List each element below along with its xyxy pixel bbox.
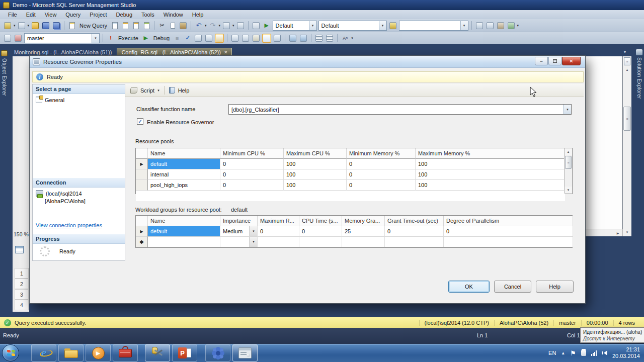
results-to-file-icon[interactable] (273, 34, 282, 43)
specify-values-icon[interactable]: AB (341, 34, 350, 43)
redo-icon[interactable]: ↷ (208, 21, 217, 30)
taskbar-internet-explorer[interactable]: e (31, 344, 56, 361)
cell-dop[interactable]: 0 (444, 226, 573, 237)
undo-dropdown-icon[interactable]: ▾ (205, 24, 207, 28)
classifier-combo-arrow-icon[interactable]: ▾ (564, 105, 571, 114)
cell-min-cpu[interactable]: 0 (220, 169, 284, 180)
taskbar-sql-config-tool[interactable] (145, 344, 170, 361)
dialog-titlebar[interactable]: Resource Governor Properties (30, 56, 585, 68)
language-indicator[interactable]: EN (548, 350, 556, 356)
scroll-up-icon[interactable]: ▲ (565, 148, 572, 155)
activity-dropdown-icon[interactable]: ▾ (28, 24, 30, 28)
cell-max-requests[interactable]: 0 (258, 226, 299, 237)
col-header-selector[interactable] (136, 148, 148, 159)
paste-icon[interactable] (179, 21, 188, 30)
menu-tools[interactable]: Tools (137, 11, 158, 18)
cell-new[interactable] (385, 237, 444, 247)
cell-name-new[interactable] (148, 237, 220, 247)
debug-button[interactable]: Debug (152, 35, 171, 41)
combo-arrow-icon[interactable]: ▾ (92, 34, 99, 43)
splitter-handle-icon[interactable]: ≡ (624, 57, 630, 65)
dmx-query-icon[interactable] (131, 21, 140, 30)
taskbar-powerpoint[interactable]: P (172, 344, 197, 361)
dialog-help-toolbar-button[interactable]: Help (178, 87, 190, 94)
menu-edit[interactable]: Edit (22, 11, 40, 18)
tabstrip-scroll-icon[interactable]: ▾ (624, 50, 626, 54)
col-header[interactable]: Maximum R... (258, 216, 299, 226)
query-options-icon[interactable] (204, 34, 213, 43)
toolbar-overflow-icon[interactable]: ▾ (517, 24, 519, 28)
execute-icon[interactable]: ! (106, 34, 115, 43)
result-row-header[interactable]: 4 (15, 300, 29, 310)
cell-new[interactable] (342, 237, 385, 247)
scroll-down-icon[interactable]: ▼ (565, 187, 572, 194)
start-button[interactable] (2, 344, 19, 361)
enable-resource-governor-checkbox[interactable]: ✓ (137, 118, 143, 125)
execute-button[interactable]: Execute (117, 35, 140, 41)
network-icon[interactable] (591, 350, 597, 356)
solution-explorer-vtab[interactable]: Solution Explorer (634, 48, 644, 169)
results-to-grid-icon[interactable] (262, 34, 271, 43)
debug-play-icon[interactable]: ▶ (141, 34, 150, 43)
plan-combo-1[interactable]: Default ▾ (273, 21, 317, 31)
cell-max-mem[interactable]: 100 (416, 159, 565, 169)
classifier-combo[interactable]: [dbo].[rg_Classifier] ▾ (228, 104, 572, 115)
importance-dropdown-icon[interactable]: ▾ (250, 226, 257, 236)
col-header[interactable]: CPU Time (s... (299, 216, 342, 226)
comment-icon[interactable] (288, 34, 297, 43)
taskbar-windows-explorer[interactable] (58, 344, 84, 361)
menu-window[interactable]: Window (159, 11, 187, 18)
database-engine-query-icon[interactable] (110, 21, 119, 30)
tab-close-icon[interactable]: ✕ (224, 50, 228, 55)
result-row-header[interactable]: 3 (15, 289, 29, 300)
start-play-icon[interactable]: ▶ (262, 21, 271, 30)
taskbar-toolbox[interactable] (113, 344, 138, 361)
combo-arrow-icon[interactable]: ▾ (309, 21, 316, 30)
toolbar2-overflow-icon[interactable]: ▾ (351, 36, 353, 40)
cell-grant-timeout[interactable]: 0 (385, 226, 444, 237)
cell-max-cpu[interactable]: 100 (284, 159, 347, 169)
results-to-text-icon[interactable] (252, 34, 261, 43)
hscroll-right-icon[interactable]: ▶ (614, 230, 621, 236)
display-estimated-plan-icon[interactable] (194, 34, 203, 43)
combo-arrow-icon[interactable]: ▾ (460, 21, 468, 30)
cell-min-mem[interactable]: 0 (347, 159, 416, 169)
xmla-query-icon[interactable] (142, 21, 151, 30)
menu-view[interactable]: View (41, 11, 61, 18)
taskbar-media-player[interactable]: ▶ (86, 344, 111, 361)
row-selector[interactable]: ▶ (136, 159, 148, 169)
dialog-minimize-button[interactable]: – (535, 57, 548, 65)
cell-min-mem[interactable]: 0 (347, 169, 416, 180)
col-header[interactable]: Grant Time-out (sec) (385, 216, 444, 226)
client-statistics-icon[interactable] (241, 34, 250, 43)
cell-name[interactable]: pool_high_iops (148, 180, 220, 191)
cell-name[interactable]: default (148, 159, 220, 169)
new-query-icon[interactable] (67, 21, 76, 30)
save-all-icon[interactable] (52, 21, 61, 30)
cell-min-cpu[interactable]: 0 (220, 180, 284, 191)
col-header[interactable]: Importance (220, 216, 258, 226)
help-viewer-icon[interactable] (507, 21, 516, 30)
vscroll-down-icon[interactable]: ▼ (623, 229, 631, 236)
chart-icon[interactable] (252, 21, 261, 30)
navigate-dropdown-icon[interactable]: ▾ (232, 24, 234, 28)
vscroll-thumb[interactable]: ≡ (623, 107, 631, 131)
cell-name[interactable]: default (148, 226, 220, 237)
object-explorer-icon[interactable] (475, 21, 484, 30)
col-header[interactable]: Maximum Memory % (416, 148, 565, 159)
properties-window-icon[interactable] (486, 21, 495, 30)
cut-icon[interactable]: ✂ (157, 21, 167, 30)
cancel-button[interactable]: Cancel (494, 281, 531, 293)
cell-max-mem[interactable]: 100 (416, 169, 565, 180)
cell-max-cpu[interactable]: 100 (284, 180, 347, 191)
result-row-header[interactable]: 2 (15, 279, 29, 289)
taskbar-config-window[interactable] (232, 344, 258, 361)
col-header[interactable]: Maximum CPU % (284, 148, 347, 159)
col-header[interactable]: Name (148, 148, 220, 159)
menu-project[interactable]: Project (86, 11, 111, 18)
menu-query[interactable]: Query (61, 11, 85, 18)
power-icon[interactable] (581, 350, 586, 356)
menu-file[interactable]: File (4, 11, 21, 18)
plan-combo-2[interactable]: Default ▾ (318, 21, 387, 31)
connect-dropdown-icon[interactable]: ▾ (14, 24, 16, 28)
